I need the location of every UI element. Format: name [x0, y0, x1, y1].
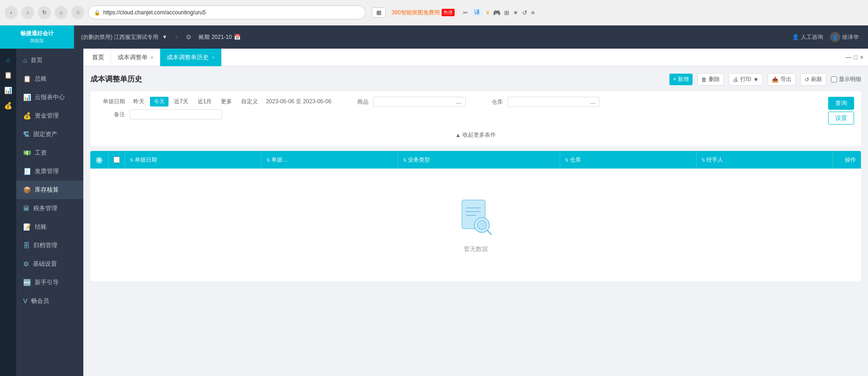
- funds-nav-icon: 💰: [23, 112, 31, 119]
- app-header: 畅捷通好会计 旗舰版 (勿删勿禁用) 江西服宝测试专用 ▼ + ⚙ 账期 202…: [0, 25, 868, 49]
- remark-input[interactable]: [130, 109, 222, 119]
- nav-item-inventory[interactable]: 📦 库存核算: [16, 181, 83, 199]
- forward-button[interactable]: ›: [21, 6, 34, 19]
- nav-item-guide[interactable]: 🆕 新手引导: [16, 273, 83, 292]
- warehouse-filter-col: 仓库 …: [475, 97, 600, 107]
- warehouse-select[interactable]: …: [507, 97, 600, 107]
- collapse-btn[interactable]: ▲ 收起更多条件: [454, 129, 498, 141]
- date-option-today[interactable]: 今天: [150, 97, 169, 107]
- nav-item-assets[interactable]: 🏗 固定资产: [16, 125, 83, 144]
- sidebar-icon-home[interactable]: ⌂: [2, 53, 15, 66]
- nav-item-member[interactable]: V 畅会员: [16, 292, 83, 310]
- nav-item-home[interactable]: ⌂ 首页: [16, 51, 83, 69]
- company-name-text: (勿删勿禁用) 江西服宝测试专用: [81, 34, 158, 40]
- nav-item-closing[interactable]: 📝 结账: [16, 218, 83, 236]
- tab-maximize-btn[interactable]: □: [854, 54, 858, 61]
- back-button[interactable]: ‹: [5, 6, 18, 19]
- grid-tool[interactable]: ⊞: [504, 9, 509, 16]
- settings-header-icon[interactable]: ⚙: [186, 33, 192, 41]
- company-selector[interactable]: (勿删勿禁用) 江西服宝测试专用 ▼: [81, 33, 168, 41]
- print-btn[interactable]: 🖨 打印 ▼: [729, 73, 763, 86]
- date-option-more[interactable]: 更多: [217, 97, 236, 107]
- tab-cost-adjust[interactable]: 成本调整单 ×: [111, 49, 160, 66]
- calendar-icon[interactable]: 📅: [234, 34, 241, 40]
- nav-item-invoices[interactable]: 🧾 发票管理: [16, 162, 83, 181]
- empty-illustration: [455, 196, 497, 238]
- export-btn-label: 导出: [781, 75, 792, 83]
- tab-cost-adjust-close[interactable]: ×: [150, 55, 153, 60]
- sidebar-icon-funds[interactable]: 💰: [2, 99, 15, 112]
- coin-tool[interactable]: ¥: [486, 9, 489, 16]
- settings-nav-icon: ⚙: [23, 260, 29, 268]
- nav-item-reports[interactable]: 📊 云报表中心: [16, 88, 83, 107]
- user-profile-btn[interactable]: 👤 徐泽华: [830, 32, 859, 42]
- game-tool[interactable]: 🎮: [493, 9, 500, 16]
- nav-item-archive[interactable]: 🗄 归档管理: [16, 236, 83, 255]
- delete-icon: 🗑: [701, 76, 707, 83]
- tab-cost-adjust-label: 成本调整单: [118, 53, 148, 62]
- cut-tool[interactable]: ✂: [463, 9, 468, 16]
- refresh-btn[interactable]: ↺ 刷新: [800, 73, 826, 86]
- theme-tool[interactable]: ☀: [513, 9, 518, 16]
- th-biztype[interactable]: ⇅ 业务类型: [398, 151, 560, 169]
- translate-tool[interactable]: 译: [472, 8, 482, 17]
- filter-settings-btn[interactable]: 设置: [828, 112, 854, 125]
- delete-btn[interactable]: 🗑 删除: [697, 73, 724, 86]
- th-date-label: 单据日期: [135, 156, 157, 164]
- date-option-custom[interactable]: 自定义: [237, 97, 262, 107]
- tab-close-btn[interactable]: ×: [860, 54, 863, 61]
- nav-item-tax[interactable]: 🏛 税务管理: [16, 199, 83, 218]
- delete-btn-label: 删除: [709, 75, 720, 83]
- nav-item-salary[interactable]: 💵 工资: [16, 144, 83, 162]
- tab-cost-adjust-history-label: 成本调整单历史: [167, 53, 209, 62]
- tab-home[interactable]: 首页: [86, 49, 111, 66]
- print-dropdown-icon: ▼: [753, 76, 759, 83]
- th-date[interactable]: ⇅ 单据日期: [125, 151, 262, 169]
- nav-label-assets: 固定资产: [33, 130, 57, 138]
- refresh-icon: ↺: [805, 76, 809, 83]
- extension-icon[interactable]: ⊞: [372, 7, 386, 18]
- nav-item-ledger[interactable]: 📋 总账: [16, 69, 83, 88]
- nav-item-settings[interactable]: ⚙ 基础设置: [16, 255, 83, 273]
- url-bar[interactable]: 🔒 https://cloud.chanjet.com/accounting/u…: [88, 6, 366, 19]
- refresh-button[interactable]: ↻: [38, 6, 51, 19]
- member-nav-icon: V: [23, 297, 27, 305]
- sidebar-icon-ledger[interactable]: 📋: [2, 69, 15, 81]
- nav-label-closing: 结账: [35, 223, 47, 231]
- home-button[interactable]: ⌂: [55, 6, 68, 19]
- show-detail-checkbox[interactable]: [831, 76, 837, 82]
- sidebar-icon-reports[interactable]: 📊: [2, 84, 15, 97]
- nav-label-member: 畅会员: [31, 297, 49, 305]
- th-checkbox[interactable]: [109, 151, 125, 169]
- search-tool[interactable]: 360智能抠图免费用 热搜: [392, 9, 455, 17]
- nav-label-funds: 资金管理: [35, 112, 59, 120]
- tab-cost-adjust-history-close[interactable]: ×: [212, 55, 214, 60]
- add-company-btn[interactable]: +: [175, 33, 179, 41]
- product-select[interactable]: …: [373, 97, 466, 107]
- nav-label-ledger: 总账: [35, 75, 47, 83]
- tab-minimize-btn[interactable]: —: [846, 54, 852, 61]
- header-checkbox[interactable]: [113, 157, 120, 163]
- star-button[interactable]: ☆: [71, 6, 84, 19]
- consult-btn[interactable]: 👤 人工咨询: [792, 33, 823, 41]
- empty-text: 暂无数据: [464, 245, 488, 253]
- export-btn[interactable]: 📤 导出: [768, 73, 796, 86]
- new-btn[interactable]: + 新增: [669, 74, 693, 85]
- th-warehouse[interactable]: ⇅ 仓库: [560, 151, 697, 169]
- th-settings[interactable]: [90, 151, 109, 169]
- tab-cost-adjust-history[interactable]: 成本调整单历史 ×: [160, 49, 221, 66]
- th-operator[interactable]: ⇅ 经手人: [697, 151, 833, 169]
- date-option-1month[interactable]: 近1月: [194, 97, 216, 107]
- nav-item-funds[interactable]: 💰 资金管理: [16, 107, 83, 125]
- date-option-7days[interactable]: 近7天: [170, 97, 192, 107]
- warehouse-more-icon: …: [590, 99, 596, 105]
- period-value: 2021-10: [212, 34, 232, 40]
- th-voucher[interactable]: ⇅ 单据…: [262, 151, 398, 169]
- date-label: 单据日期: [97, 98, 125, 106]
- query-btn[interactable]: 查询: [828, 97, 854, 110]
- date-option-yesterday[interactable]: 昨天: [130, 97, 148, 107]
- menu-tool[interactable]: ≡: [531, 9, 535, 16]
- filter-row-1: 单据日期 昨天 今天 近7天 近1月 更多 自定义 2023-06-06 至 2…: [97, 97, 854, 125]
- undo-tool[interactable]: ↺: [522, 9, 527, 16]
- product-more-icon: …: [456, 99, 462, 105]
